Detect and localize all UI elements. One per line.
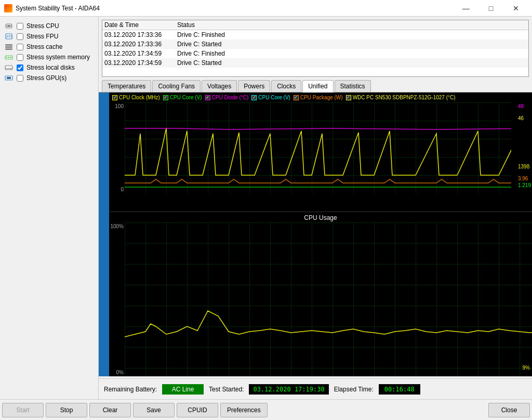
stress-cpu-item[interactable]: Stress CPU — [3, 21, 95, 31]
tab-statistics[interactable]: Statistics — [335, 80, 371, 92]
legend-wdc[interactable]: WDC PC SN530 SDBPNPZ-512G-1027 (°C) — [346, 95, 456, 100]
legend-cpu-package[interactable]: CPU Package (W) — [294, 95, 343, 100]
log-row: 03.12.2020 17:33:36 Drive C: Finished — [102, 30, 528, 40]
stress-memory-checkbox[interactable] — [17, 54, 23, 61]
legend-cpu-clock-label: CPU Clock (MHz) — [119, 95, 160, 100]
stress-cache-label: Stress cache — [26, 43, 62, 50]
log-status-1: Drive C: Finished — [177, 31, 526, 38]
legend-wdc-checkbox[interactable] — [346, 95, 351, 100]
svg-rect-10 — [5, 44, 12, 46]
status-bar: Remaining Battery: AC Line Test Started:… — [99, 378, 532, 399]
tab-unified[interactable]: Unified — [302, 80, 333, 93]
window-title: System Stability Test - AIDA64 — [16, 5, 100, 12]
app-icon — [4, 4, 12, 12]
stress-fpu-checkbox[interactable] — [17, 33, 23, 40]
stress-local-checkbox[interactable] — [17, 64, 23, 71]
clear-button[interactable]: Clear — [89, 403, 131, 417]
legend-cpu-clock[interactable]: CPU Clock (MHz) — [112, 95, 160, 100]
y-min: 0 — [109, 187, 124, 192]
close-button[interactable]: Close — [488, 403, 530, 417]
top-chart-y-axis: 100 0 — [109, 102, 124, 193]
stress-cpu-label: Stress CPU — [26, 22, 59, 30]
tabs-bar: Temperatures Cooling Fans Voltages Power… — [99, 80, 532, 93]
charts-area: CPU Clock (MHz) CPU Core (V) CPU Diode (… — [109, 93, 532, 376]
svg-text:FPU: FPU — [7, 35, 13, 38]
save-button[interactable]: Save — [133, 403, 175, 417]
bottom-chart-y-axis: 100% 0% — [109, 222, 124, 376]
svg-point-19 — [10, 69, 11, 70]
stress-fpu-item[interactable]: FPU Stress FPU — [3, 31, 95, 42]
memory-icon — [4, 54, 14, 61]
legend-cpu-core-v2-label: CPU Core (V) — [258, 95, 290, 100]
svg-rect-12 — [5, 48, 12, 50]
value-1398: 1398 — [518, 164, 531, 169]
tab-temperatures[interactable]: Temperatures — [102, 80, 151, 92]
bottom-chart-value: 9% — [523, 364, 530, 371]
start-button[interactable]: Start — [2, 403, 44, 417]
stress-gpu-label: Stress GPU(s) — [26, 74, 66, 82]
chart-legend: CPU Clock (MHz) CPU Core (V) CPU Diode (… — [109, 93, 532, 102]
cpu-usage-value: 9% — [523, 365, 530, 371]
log-header: Date & Time Status — [102, 20, 528, 30]
stress-cache-item[interactable]: Stress cache — [3, 42, 95, 52]
tab-powers[interactable]: Powers — [238, 80, 270, 92]
y-max-pct: 100% — [109, 224, 124, 229]
log-time-2: 03.12.2020 17:33:36 — [104, 41, 177, 48]
value-46: 46 — [518, 115, 531, 121]
preferences-button[interactable]: Preferences — [220, 403, 268, 417]
top-chart-svg: 100 0 — [125, 102, 511, 193]
elapsed-value: 00:16:48 — [379, 384, 420, 395]
maximize-button[interactable]: □ — [479, 0, 503, 17]
y-max: 100 — [109, 103, 124, 109]
legend-cpu-package-label: CPU Package (W) — [300, 95, 343, 100]
svg-rect-16 — [10, 57, 11, 58]
minimize-button[interactable]: — — [454, 0, 478, 17]
battery-value: AC Line — [162, 384, 204, 395]
stress-local-item[interactable]: Stress local disks — [3, 62, 95, 73]
stress-cache-checkbox[interactable] — [17, 44, 23, 50]
title-bar-controls: — □ ✕ — [454, 0, 528, 17]
log-status-3: Drive C: Finished — [177, 50, 526, 57]
log-status-2: Drive C: Started — [177, 41, 526, 48]
stop-button[interactable]: Stop — [46, 403, 87, 417]
title-bar-left: System Stability Test - AIDA64 — [4, 4, 100, 12]
legend-cpu-diode[interactable]: CPU Diode (°C) — [205, 95, 249, 100]
tab-clocks[interactable]: Clocks — [271, 80, 301, 92]
stress-memory-item[interactable]: Stress system memory — [3, 52, 95, 62]
tab-voltages[interactable]: Voltages — [202, 80, 237, 92]
log-status-4: Drive C: Started — [177, 59, 526, 67]
legend-cpu-clock-checkbox[interactable] — [112, 95, 117, 100]
y-min-pct: 0% — [109, 370, 124, 375]
svg-rect-1 — [7, 25, 10, 27]
top-chart-area: 100 0 — [109, 102, 532, 193]
stress-gpu-item[interactable]: Stress GPU(s) — [3, 73, 95, 83]
close-window-button[interactable]: ✕ — [504, 0, 528, 17]
log-row: 03.12.2020 17:34:59 Drive C: Finished — [102, 49, 528, 58]
elapsed-label: Elapsed Time: — [334, 386, 374, 393]
legend-cpu-diode-label: CPU Diode (°C) — [212, 95, 249, 100]
legend-cpu-diode-checkbox[interactable] — [205, 95, 210, 100]
gpu-icon — [4, 74, 14, 82]
tab-cooling[interactable]: Cooling Fans — [152, 80, 201, 92]
legend-wdc-label: WDC PC SN530 SDBPNPZ-512G-1027 (°C) — [353, 95, 456, 100]
stress-cpu-checkbox[interactable] — [17, 23, 23, 30]
fpu-icon: FPU — [4, 33, 14, 40]
svg-rect-15 — [8, 57, 9, 58]
log-body[interactable]: 03.12.2020 17:33:36 Drive C: Finished 03… — [102, 30, 528, 74]
bottom-chart-area: 100% 0% 9% — [109, 222, 532, 376]
legend-cpu-package-checkbox[interactable] — [294, 95, 299, 100]
log-col-status: Status — [177, 21, 195, 29]
legend-cpu-core-v[interactable]: CPU Core (V) — [163, 95, 202, 100]
stress-gpu-checkbox[interactable] — [17, 75, 23, 82]
log-col-time: Date & Time — [104, 21, 177, 29]
cpuid-button[interactable]: CPUID — [177, 403, 218, 417]
svg-rect-14 — [6, 57, 7, 58]
log-row: 03.12.2020 17:34:59 Drive C: Started — [102, 58, 528, 68]
bottom-chart-svg — [125, 222, 532, 376]
legend-cpu-core-v-checkbox[interactable] — [163, 95, 168, 100]
disk-icon — [4, 64, 14, 71]
legend-cpu-core-v2[interactable]: CPU Core (V) — [251, 95, 290, 100]
legend-cpu-core-v2-checkbox[interactable] — [251, 95, 257, 100]
value-1219: 1.219 — [518, 182, 531, 188]
chart-top-values: 48 46 1398 3.96 1.219 — [518, 102, 531, 193]
